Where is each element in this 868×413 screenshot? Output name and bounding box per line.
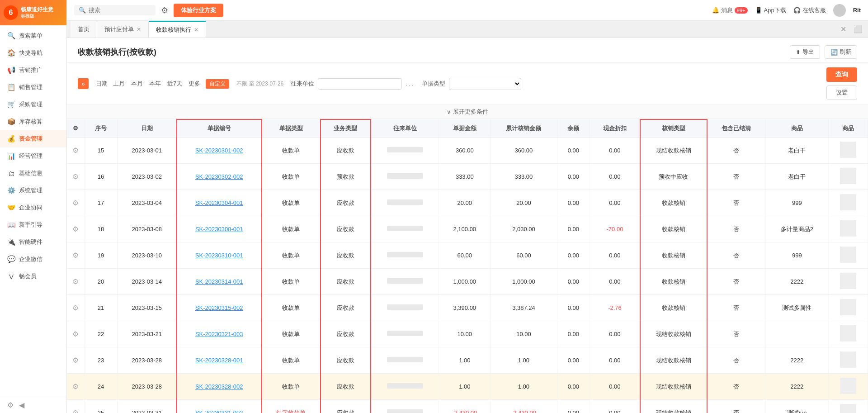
td-bill-no[interactable]: SK-20230315-002 (177, 295, 262, 321)
maximize-btn[interactable]: ⬜ (852, 23, 864, 35)
app-download-link[interactable]: 📱 App下载 (755, 6, 786, 14)
bill-no-link[interactable]: SK-20230315-002 (195, 304, 243, 311)
bill-no-link[interactable]: SK-20230331-002 (195, 409, 243, 413)
supplier-input[interactable] (318, 78, 402, 90)
query-button[interactable]: 查询 (826, 67, 857, 82)
sidebar-item-inventory[interactable]: 📦库存核算 (0, 113, 66, 130)
td-settings[interactable]: ⚙ (67, 216, 85, 242)
trial-button[interactable]: 体验行业方案 (174, 4, 223, 17)
td-product2 (828, 216, 868, 242)
sidebar-item-vip[interactable]: V畅会员 (0, 268, 66, 285)
table-row: ⚙ 20 2023-03-14 SK-20230314-001 收款单 应收款 … (67, 269, 868, 295)
tab-pending[interactable]: 预计应付单 ✕ (97, 21, 149, 38)
custom-date-button[interactable]: 自定义 (206, 79, 229, 89)
td-bill-no[interactable]: SK-20230331-002 (177, 400, 262, 413)
notice-button[interactable]: 🔔 消息 99+ (712, 6, 748, 14)
sidebar-item-system[interactable]: ⚙️系统管理 (0, 182, 66, 199)
expand-more-button[interactable]: ∨ 展开更多条件 (447, 108, 488, 116)
tab-home[interactable]: 首页 (71, 21, 97, 38)
th-balance: 余额 (557, 119, 590, 138)
td-settings[interactable]: ⚙ (67, 138, 85, 164)
sidebar-item-marketing[interactable]: 📢营销推广 (0, 62, 66, 79)
settings-bottom-icon[interactable]: ⚙ (7, 401, 14, 409)
settings-button[interactable]: 设置 (826, 85, 857, 100)
date-option-more[interactable]: 更多 (187, 79, 202, 89)
sidebar-item-sales[interactable]: 📋销售管理 (0, 79, 66, 96)
td-bill-no[interactable]: SK-20230314-001 (177, 269, 262, 295)
td-bill-no[interactable]: SK-20230328-001 (177, 347, 262, 374)
collapse-icon[interactable]: ◀ (19, 401, 24, 409)
bill-no-link[interactable]: SK-20230314-001 (195, 278, 243, 285)
sidebar-item-quick-nav[interactable]: 🏠快捷导航 (0, 44, 66, 62)
sidebar-item-wechat[interactable]: 💬企业微信 (0, 251, 66, 268)
sidebar-item-finance[interactable]: 💰资金管理 (0, 130, 66, 147)
td-bill-type: 收款单 (262, 295, 321, 321)
sidebar-icon-basic: 🗂 (7, 170, 15, 177)
bill-type-select[interactable] (449, 78, 521, 90)
bill-no-link[interactable]: SK-20230302-002 (195, 173, 243, 180)
search-input[interactable] (89, 7, 143, 14)
sidebar-item-enterprise[interactable]: 🤝企业协同 (0, 199, 66, 216)
bill-no-link[interactable]: SK-20230310-001 (195, 252, 243, 259)
td-settings[interactable]: ⚙ (67, 374, 85, 400)
expand-button[interactable]: » (78, 78, 89, 89)
td-biz-type: 应收款 (321, 347, 371, 374)
td-bill-no[interactable]: SK-20230302-002 (177, 164, 262, 190)
td-bill-no[interactable]: SK-20230310-001 (177, 242, 262, 269)
td-include-settled: 否 (707, 400, 765, 413)
date-option-this-year[interactable]: 本年 (147, 79, 163, 89)
td-settings[interactable]: ⚙ (67, 242, 85, 269)
tab-collection[interactable]: 收款核销执行 ✕ (149, 21, 206, 38)
sidebar-item-basic[interactable]: 🗂基础信息 (0, 165, 66, 182)
page-inner: 收款核销执行(按收款) ⬆ 导出 🔄 刷新 » 日期 (67, 38, 868, 413)
main-content: 🔍 ⚙ 体验行业方案 🔔 消息 99+ 📱 App下载 🎧 在线客服 Rit (67, 0, 868, 413)
sidebar-item-purchase[interactable]: 🛒采购管理 (0, 96, 66, 113)
bill-no-link[interactable]: SK-20230328-002 (195, 383, 243, 390)
td-settings[interactable]: ⚙ (67, 269, 85, 295)
td-bill-no[interactable]: SK-20230308-001 (177, 216, 262, 242)
td-balance: 0.00 (557, 164, 590, 190)
sidebar-item-guide[interactable]: 📖新手引导 (0, 216, 66, 233)
search-box[interactable]: 🔍 (74, 5, 156, 15)
close-window-btn[interactable]: ✕ (839, 23, 848, 35)
td-bill-no[interactable]: SK-20230328-002 (177, 374, 262, 400)
sidebar-label-guide: 新手引导 (19, 221, 42, 229)
td-settings[interactable]: ⚙ (67, 400, 85, 413)
refresh-button[interactable]: 🔄 刷新 (825, 45, 857, 59)
bill-no-link[interactable]: SK-20230321-003 (195, 331, 243, 337)
th-settings[interactable]: ⚙ (67, 119, 85, 138)
avatar[interactable] (833, 4, 846, 17)
date-option-this-month[interactable]: 本月 (129, 79, 145, 89)
bill-no-link[interactable]: SK-20230304-001 (195, 199, 243, 206)
td-seq: 19 (85, 242, 118, 269)
export-button[interactable]: ⬆ 导出 (790, 45, 820, 59)
td-product2 (828, 295, 868, 321)
tab-collection-close[interactable]: ✕ (194, 27, 198, 33)
logo-text: 畅康道好生意 标推版 (21, 6, 53, 19)
td-product2 (828, 347, 868, 374)
tab-pending-close[interactable]: ✕ (137, 26, 141, 33)
sidebar-label-operations: 经营管理 (19, 152, 42, 160)
td-partner (371, 138, 439, 164)
td-settings[interactable]: ⚙ (67, 295, 85, 321)
td-bill-no[interactable]: SK-20230321-003 (177, 321, 262, 347)
sidebar-item-hardware[interactable]: 🔌智能硬件 (0, 233, 66, 251)
td-settings[interactable]: ⚙ (67, 190, 85, 216)
online-service-link[interactable]: 🎧 在线客服 (793, 6, 826, 14)
bill-no-link[interactable]: SK-20230308-001 (195, 226, 243, 233)
bill-no-link[interactable]: SK-20230328-001 (195, 357, 243, 364)
date-option-7days[interactable]: 近7天 (165, 79, 184, 89)
td-bill-no[interactable]: SK-20230304-001 (177, 190, 262, 216)
th-include-settled: 包含已结清 (707, 119, 765, 138)
td-cancel-type: 现结收款核销 (640, 321, 708, 347)
td-settings[interactable]: ⚙ (67, 347, 85, 374)
td-settings[interactable]: ⚙ (67, 321, 85, 347)
gear-icon[interactable]: ⚙ (159, 4, 170, 17)
td-bill-type: 收款单 (262, 190, 321, 216)
sidebar-item-operations[interactable]: 📊经营管理 (0, 147, 66, 165)
date-option-last-month[interactable]: 上月 (111, 79, 127, 89)
td-settings[interactable]: ⚙ (67, 164, 85, 190)
td-bill-no[interactable]: SK-20230301-002 (177, 138, 262, 164)
bill-no-link[interactable]: SK-20230301-002 (195, 147, 243, 154)
sidebar-item-search-menu[interactable]: 🔍搜索菜单 (0, 27, 66, 44)
